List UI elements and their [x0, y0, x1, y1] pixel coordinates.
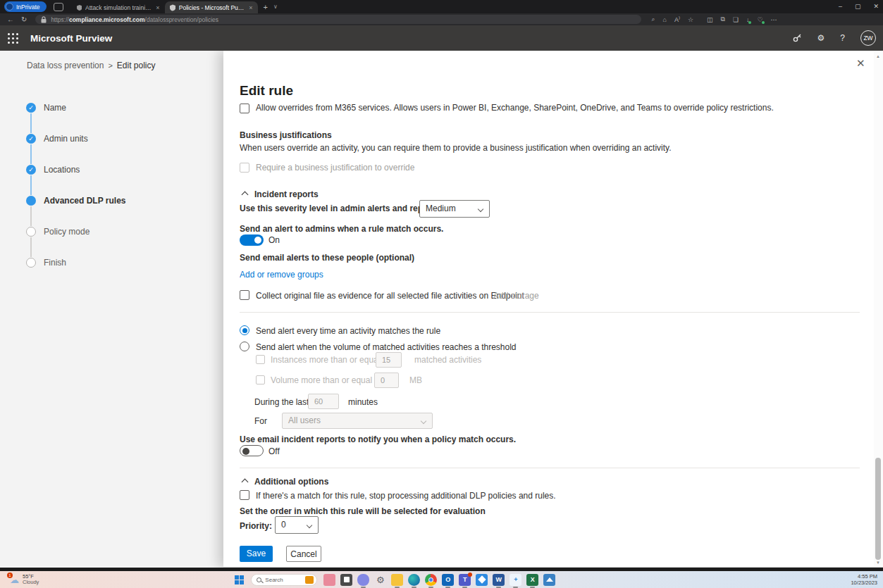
refresh-icon[interactable]: ↻: [21, 15, 27, 23]
incident-reports-heading[interactable]: Incident reports: [254, 189, 319, 200]
alert-every-time-radio[interactable]: [240, 325, 249, 335]
save-button[interactable]: Save: [240, 546, 273, 562]
breadcrumb-parent[interactable]: Data loss prevention: [27, 61, 104, 70]
word-icon[interactable]: W: [493, 574, 505, 586]
volume-input[interactable]: 0: [374, 373, 399, 388]
search-icon: [257, 577, 261, 582]
excel-icon[interactable]: X: [526, 574, 538, 586]
tab-search-icon[interactable]: [54, 3, 63, 11]
collections-icon[interactable]: ⧉: [720, 15, 724, 23]
url-field[interactable]: https://compliance.microsoft.com/datalos…: [35, 15, 641, 24]
collapse-chevron-icon[interactable]: [242, 479, 249, 486]
email-reports-toggle[interactable]: [240, 445, 264, 456]
new-tab-icon[interactable]: +: [264, 3, 268, 11]
read-aloud-icon[interactable]: A): [674, 15, 680, 23]
window-maximize-icon[interactable]: ▢: [855, 0, 861, 13]
additional-options-heading[interactable]: Additional options: [254, 477, 328, 487]
wizard-step-advanced-dlp-rules[interactable]: Advanced DLP rules: [44, 196, 125, 206]
tab-groups-icon[interactable]: ❏: [733, 16, 739, 23]
window-minimize-icon[interactable]: –: [839, 0, 842, 13]
zoom-icon[interactable]: ⌕: [651, 15, 655, 23]
tab-close-icon[interactable]: ×: [156, 4, 159, 11]
wizard-step-policy-mode[interactable]: Policy mode: [44, 227, 89, 237]
priority-value: 0: [281, 520, 286, 530]
browser-essentials-icon[interactable]: ♡: [758, 16, 763, 23]
allow-overrides-label: Allow overrides from M365 services. Allo…: [256, 103, 774, 113]
key-icon[interactable]: [792, 33, 802, 43]
alert-threshold-radio[interactable]: [240, 342, 249, 351]
favorites-star-icon[interactable]: ☆: [688, 16, 693, 23]
settings-icon[interactable]: ⚙: [374, 574, 386, 586]
back-icon[interactable]: ←: [7, 15, 14, 23]
browser-address-bar: ← ↻ https://compliance.microsoft.com/dat…: [0, 13, 883, 25]
volume-checkbox[interactable]: [256, 375, 265, 384]
task-view-icon[interactable]: [340, 574, 352, 586]
wizard-step-name[interactable]: Name: [44, 103, 66, 113]
shopping-bag-icon[interactable]: ⌂: [662, 16, 666, 23]
quick-assist-icon[interactable]: +: [510, 574, 521, 586]
taskbar-search[interactable]: Search: [251, 574, 317, 586]
outlook-icon[interactable]: O: [442, 574, 454, 586]
collect-evidence-label: Collect original file as evidence for al…: [256, 291, 524, 301]
paint-icon[interactable]: [543, 574, 555, 586]
for-dropdown[interactable]: All users: [282, 413, 433, 429]
for-value: All users: [288, 415, 321, 425]
browser-tab-2[interactable]: Policies - Microsoft Purview ×: [165, 1, 258, 13]
collapse-chevron-icon[interactable]: [242, 192, 249, 199]
add-storage-link[interactable]: Add storage: [493, 291, 539, 301]
photos-icon[interactable]: [476, 574, 488, 586]
wizard-step-admin-units[interactable]: Admin units: [44, 134, 88, 144]
weather-widget[interactable]: ☁1 55°F Cloudy: [10, 574, 39, 586]
shield-icon: [77, 4, 82, 11]
scroll-up-icon[interactable]: ▲: [876, 54, 880, 58]
browser-tab-1[interactable]: Attack simulation training - Mic ×: [72, 1, 165, 13]
more-menu-icon[interactable]: ⋯: [771, 16, 777, 23]
file-explorer-icon[interactable]: [391, 574, 403, 586]
severity-label: Use this severity level in admin alerts …: [240, 204, 442, 214]
scroll-down-icon[interactable]: ▼: [876, 561, 880, 565]
window-close-icon[interactable]: ✕: [873, 0, 879, 13]
chrome-icon[interactable]: [425, 574, 437, 586]
gear-icon[interactable]: ⚙: [817, 33, 825, 43]
chat-icon[interactable]: [357, 574, 369, 586]
step-current-icon: [26, 196, 36, 206]
search-highlight-icon: [305, 576, 314, 584]
alert-every-time-label: Send alert every time an activity matche…: [256, 326, 440, 337]
alert-admins-toggle[interactable]: [240, 234, 264, 246]
instances-checkbox[interactable]: [256, 355, 265, 364]
tab-list-chevron-icon[interactable]: ∨: [273, 4, 278, 10]
priority-dropdown[interactable]: 0: [275, 516, 319, 534]
close-icon[interactable]: ✕: [856, 57, 865, 70]
chevron-down-icon: [421, 418, 426, 424]
edge-icon[interactable]: [408, 574, 420, 586]
inprivate-badge[interactable]: InPrivate: [4, 1, 47, 12]
help-icon[interactable]: ?: [840, 33, 845, 43]
url-scheme: https://: [51, 16, 69, 23]
split-screen-icon[interactable]: ◫: [707, 16, 713, 23]
stop-processing-checkbox[interactable]: [240, 490, 249, 500]
email-reports-label: Use email incident reports to notify you…: [240, 434, 516, 445]
app-launcher-icon[interactable]: [8, 33, 18, 44]
collect-evidence-checkbox[interactable]: [240, 290, 249, 300]
add-remove-groups-link[interactable]: Add or remove groups: [240, 270, 323, 280]
downloads-icon[interactable]: ↓: [746, 16, 750, 23]
instances-label: Instances more than or equal to: [271, 355, 390, 365]
severity-dropdown[interactable]: Medium: [419, 200, 490, 218]
wizard-step-finish[interactable]: Finish: [44, 258, 66, 268]
severity-value: Medium: [426, 204, 456, 213]
taskbar-clock[interactable]: 4:55 PM 10/23/2023: [851, 573, 877, 586]
during-input[interactable]: 60: [308, 394, 339, 409]
panel-scrollbar[interactable]: ▲ ▼: [874, 51, 883, 567]
start-button[interactable]: [235, 575, 244, 584]
tab-close-icon[interactable]: ×: [249, 4, 252, 11]
user-avatar[interactable]: ZW: [860, 30, 876, 46]
people-icon[interactable]: [323, 574, 335, 586]
business-justifications-heading: Business justifications: [240, 130, 332, 141]
instances-input[interactable]: 15: [376, 352, 402, 368]
scrollbar-thumb[interactable]: [875, 458, 881, 560]
allow-overrides-checkbox[interactable]: [240, 104, 249, 113]
teams-icon[interactable]: T: [459, 574, 471, 586]
require-justification-checkbox[interactable]: [240, 163, 249, 173]
cancel-button[interactable]: Cancel: [286, 546, 321, 562]
wizard-step-locations[interactable]: Locations: [44, 165, 80, 175]
